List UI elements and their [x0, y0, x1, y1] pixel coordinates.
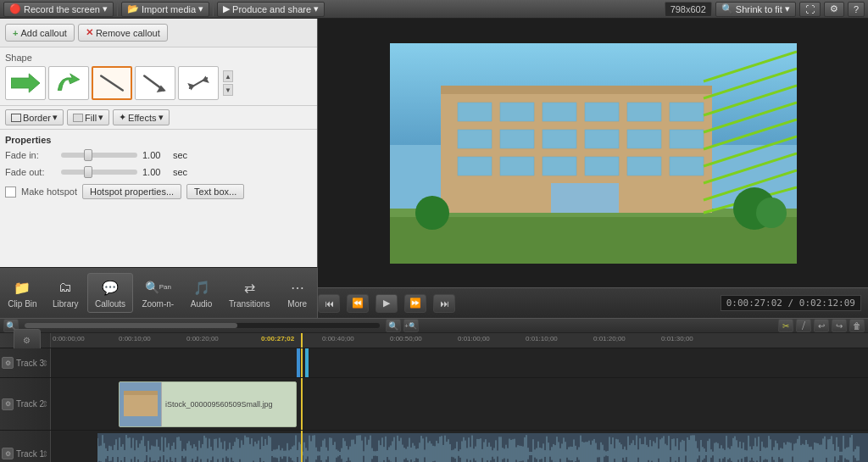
- hotspot-properties-button[interactable]: Hotspot properties...: [82, 184, 181, 199]
- hotspot-row: Make hotspot Hotspot properties... Text …: [5, 184, 312, 199]
- track-1-resize[interactable]: ⇕: [42, 449, 48, 459]
- shape-scroll-up[interactable]: ▲: [223, 70, 233, 82]
- text-box-label: Text box...: [194, 186, 236, 197]
- effects-label: Effects: [128, 113, 156, 123]
- track-2-label: ⚙ Track 2 ⇕: [0, 378, 51, 430]
- library-icon: 🗂: [53, 277, 77, 298]
- track-2-resize[interactable]: ⇕: [42, 399, 48, 409]
- produce-label: Produce and share: [232, 4, 311, 14]
- shape-arrow-right[interactable]: [5, 66, 46, 100]
- hotspot-props-label: Hotspot properties...: [90, 186, 174, 197]
- track-3-settings[interactable]: ⚙: [2, 357, 14, 369]
- fill-chevron: ▾: [98, 112, 103, 123]
- add-callout-label: Add callout: [20, 28, 66, 38]
- zoom-in-button[interactable]: +🔍: [403, 319, 419, 332]
- play-button[interactable]: ▶: [376, 294, 398, 313]
- track-1-content: // Waveform will be drawn via JS below 1…: [51, 431, 868, 462]
- zoom-label: Zoom-n-: [142, 299, 174, 309]
- fade-in-slider[interactable]: [61, 153, 137, 158]
- text-box-button[interactable]: Text box...: [186, 184, 244, 199]
- tab-more[interactable]: ⋯ More: [279, 274, 316, 312]
- track-3-content: [51, 348, 868, 377]
- fade-in-label: Fade in:: [5, 150, 56, 160]
- add-callout-button[interactable]: + Add callout: [5, 24, 75, 42]
- blue-marker-left: [297, 348, 300, 377]
- fade-out-slider[interactable]: [61, 170, 137, 175]
- shape-arrow-diag[interactable]: [135, 66, 175, 100]
- track-1-label: ⚙ Track 1 ⇕: [0, 431, 51, 462]
- track-1-settings[interactable]: ⚙: [2, 448, 14, 459]
- svg-rect-27: [542, 157, 576, 175]
- track-2-row: ⚙ Track 2 ⇕ iStock_00: [0, 378, 868, 431]
- ruler-row: ⚙ 0:00:00;00 0:00:10;00 0:00:20;00 0:00:…: [0, 333, 868, 348]
- plus-icon: +: [13, 28, 18, 38]
- x-icon: ✕: [86, 27, 93, 38]
- fill-button[interactable]: Fill ▾: [67, 109, 109, 125]
- produce-chevron: ▾: [314, 3, 319, 14]
- tab-callouts[interactable]: 💬 Callouts: [87, 273, 133, 313]
- top-toolbar: 🔴 Record the screen ▾ 📂 Import media ▾ ▶…: [0, 0, 868, 19]
- svg-rect-15: [542, 103, 576, 121]
- svg-rect-28: [585, 157, 619, 175]
- go-to-start-button[interactable]: ⏮: [318, 294, 340, 313]
- rewind-button[interactable]: ⏪: [347, 294, 369, 313]
- tab-audio[interactable]: 🎵 Audio: [183, 274, 220, 312]
- track-3-resize[interactable]: ⇕: [42, 359, 48, 368]
- record-button[interactable]: 🔴 Record the screen ▾: [3, 2, 114, 17]
- zoom-slider[interactable]: [25, 323, 380, 328]
- audio-label: Audio: [191, 299, 213, 309]
- fade-out-row: Fade out: 1.00 sec: [5, 167, 312, 177]
- help-button[interactable]: ?: [848, 2, 865, 17]
- tab-zoom-n-pan[interactable]: 🔍Pan Zoom-n-: [135, 274, 181, 312]
- tab-library[interactable]: 🗂 Library: [46, 274, 86, 312]
- shape-curved-arrow[interactable]: [48, 66, 89, 100]
- arrow-diag-svg: [141, 71, 170, 95]
- cursor-ruler: [301, 333, 303, 348]
- fit-label: Shrink to fit: [736, 4, 782, 14]
- tab-clip-bin[interactable]: 📁 Clip Bin: [1, 274, 43, 312]
- help-icon: ?: [854, 4, 859, 14]
- track-1-name: Track 1: [16, 449, 44, 459]
- hotspot-checkbox[interactable]: [5, 186, 16, 198]
- svg-rect-23: [627, 130, 661, 148]
- svg-marker-6: [202, 76, 209, 84]
- shape-scroll: ▲ ▼: [223, 70, 233, 96]
- track-2-settings[interactable]: ⚙: [2, 398, 14, 410]
- undo-button[interactable]: ↩: [814, 319, 829, 332]
- import-button[interactable]: 📂 Import media ▾: [121, 2, 209, 17]
- zoom-out-button[interactable]: 🔍: [386, 319, 401, 332]
- border-button[interactable]: Border ▾: [5, 109, 64, 125]
- time-display: 0:00:27:02 / 0:02:12:09: [721, 295, 861, 311]
- left-panel: + Add callout ✕ Remove callout Shape: [0, 19, 317, 267]
- go-to-end-button[interactable]: ⏭: [433, 294, 455, 313]
- fast-forward-button[interactable]: ⏩: [404, 294, 426, 313]
- shape-scroll-down[interactable]: ▼: [223, 84, 233, 96]
- main-content: + Add callout ✕ Remove callout Shape: [0, 19, 868, 318]
- fit-button[interactable]: 🔍 Shrink to fit ▾: [715, 2, 796, 17]
- shape-line-diag[interactable]: [92, 66, 132, 100]
- content-wrapper: + Add callout ✕ Remove callout Shape: [0, 19, 868, 462]
- split-button[interactable]: ⧸: [796, 319, 811, 332]
- delete-button[interactable]: 🗑: [849, 319, 865, 332]
- audio-clip[interactable]: // Waveform will be drawn via JS below 1…: [97, 433, 868, 462]
- clip-bin-icon: 📁: [10, 277, 34, 298]
- effects-button[interactable]: ✦ Effects ▾: [113, 109, 169, 125]
- cut-button[interactable]: ✂: [778, 319, 793, 332]
- redo-button[interactable]: ↪: [832, 319, 847, 332]
- svg-rect-12: [441, 86, 712, 94]
- callouts-icon: 💬: [98, 277, 122, 298]
- transitions-icon: ⇄: [237, 277, 261, 298]
- shape-double-arrow[interactable]: [178, 66, 219, 100]
- tab-transitions[interactable]: ⇄ Transitions: [222, 274, 277, 312]
- fade-in-value: 1.00: [142, 150, 168, 160]
- ruler-80: 0:01:20;00: [593, 335, 626, 342]
- svg-rect-13: [458, 103, 492, 121]
- fit-chevron: ▾: [785, 3, 790, 14]
- image-clip[interactable]: iStock_000009560509Small.jpg: [119, 381, 297, 427]
- fullscreen-icon: ⛶: [805, 4, 815, 14]
- fullscreen-button[interactable]: ⛶: [799, 2, 821, 17]
- settings-button[interactable]: ⚙: [824, 2, 844, 17]
- remove-callout-button[interactable]: ✕ Remove callout: [78, 24, 168, 42]
- fill-label: Fill: [85, 113, 97, 123]
- produce-button[interactable]: ▶ Produce and share ▾: [217, 2, 325, 17]
